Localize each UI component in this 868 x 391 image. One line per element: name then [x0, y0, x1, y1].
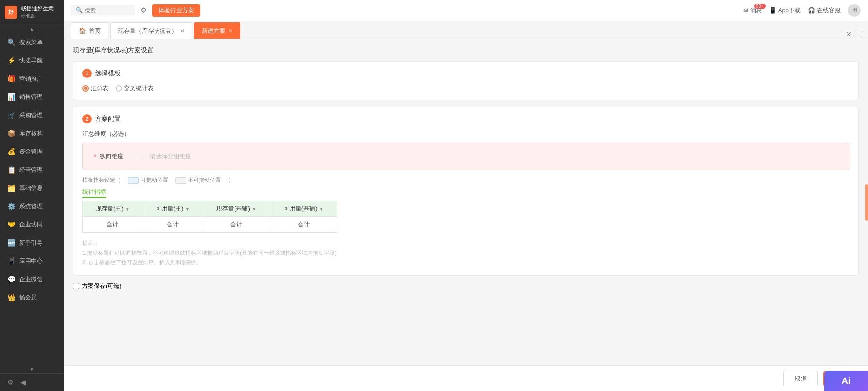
right-scroll-indicator[interactable] — [865, 184, 868, 221]
app-name: 畅捷通好生意 — [21, 5, 54, 13]
inventory-icon: 📦 — [7, 129, 15, 138]
tab-home[interactable]: 🏠 首页 — [71, 22, 108, 39]
headset-icon: 🎧 — [808, 7, 815, 14]
section1-label: 选择模板 — [95, 69, 121, 77]
sidebar-item-label: 快捷导航 — [19, 57, 43, 65]
sidebar: 好 畅捷通好生意 标准版 ▲ 🔍 搜索菜单 ⚡ 快捷导航 🎁 营销推广 📊 销售… — [0, 0, 64, 391]
user-avatar[interactable]: 用 — [848, 4, 861, 17]
sidebar-item-label: 资金管理 — [19, 148, 43, 156]
sidebar-item-finance[interactable]: 💰 资金管理 — [0, 143, 64, 161]
col-header-label-2: 现存量(基辅) — [216, 205, 250, 213]
save-label: 方案保存(可选) — [82, 282, 122, 290]
save-checkbox[interactable] — [73, 283, 79, 289]
ai-label: Ai — [842, 376, 851, 386]
settings-icon[interactable]: ⚙ — [140, 6, 147, 15]
app-center-icon: 📱 — [7, 257, 15, 265]
radio-summary-dot — [82, 85, 89, 92]
app-logo: 好 畅捷通好生意 标准版 — [0, 0, 64, 25]
table-cell-0-3: 合计 — [270, 217, 337, 233]
tab-inventory-close[interactable]: ✕ — [180, 28, 184, 34]
tabs-bar: 🏠 首页 现存量（库存状况表） ✕ 新建方案 ✕ ✕ ⛶ — [64, 21, 868, 39]
radio-cross-dot — [116, 85, 122, 92]
search-menu-icon: 🔍 — [7, 38, 15, 46]
tab-inventory[interactable]: 现存量（库存状况表） ✕ — [110, 22, 192, 39]
member-icon: 👑 — [7, 293, 15, 302]
col-header-label-1: 可用量(主) — [156, 205, 184, 213]
col-dropdown-0[interactable]: 现存量(主) ▼ — [96, 205, 130, 213]
stats-label: 统计指标 — [82, 188, 106, 198]
tab-home-label: 首页 — [89, 27, 101, 35]
sidebar-item-label: 库存核算 — [19, 129, 43, 138]
online-service-button[interactable]: 🎧 在线客服 — [808, 6, 841, 15]
table-header-1: 可用量(主) ▼ — [143, 201, 203, 217]
sidebar-item-quick-nav[interactable]: ⚡ 快捷导航 — [0, 51, 64, 70]
message-button[interactable]: ✉ 消息 99+ — [743, 6, 762, 15]
col-dropdown-3[interactable]: 可用量(基辅) ▼ — [284, 205, 324, 213]
dimension-placeholder[interactable]: 请选择分组维度 — [150, 152, 191, 160]
sidebar-item-label: 应用中心 — [19, 257, 43, 265]
search-input[interactable] — [85, 7, 130, 14]
topbar: 🔍 ⚙ 体验行业方案 ✉ 消息 99+ 📱 App下载 🎧 在线客服 用 — [64, 0, 868, 21]
table-cell-0-2: 合计 — [203, 217, 270, 233]
table-header-2: 现存量(基辅) ▼ — [203, 201, 270, 217]
app-download-button[interactable]: 📱 App下载 — [769, 6, 801, 15]
expand-icon[interactable]: ⛶ — [855, 31, 863, 39]
table-cell-0-0: 合计 — [83, 217, 143, 233]
tab-new-scheme[interactable]: 新建方案 ✕ — [194, 22, 240, 39]
tab-new-close[interactable]: ✕ — [228, 28, 233, 34]
table-header-0: 现存量(主) ▼ — [83, 201, 143, 217]
sidebar-item-app-center[interactable]: 📱 应用中心 — [0, 252, 64, 270]
col-dropdown-1[interactable]: 可用量(主) ▼ — [156, 205, 190, 213]
sidebar-item-weixin[interactable]: 💬 企业微信 — [0, 270, 64, 288]
col-dropdown-2[interactable]: 现存量(基辅) ▼ — [216, 205, 256, 213]
sidebar-item-label: 新手引导 — [19, 239, 43, 247]
option-summary[interactable]: 汇总表 — [82, 84, 108, 93]
app-edition: 标准版 — [21, 13, 54, 19]
sidebar-item-corp[interactable]: 🤝 企业协同 — [0, 216, 64, 234]
ai-badge[interactable]: Ai — [824, 371, 868, 391]
sidebar-item-sales[interactable]: 📊 销售管理 — [0, 88, 64, 106]
main-area: 🔍 ⚙ 体验行业方案 ✉ 消息 99+ 📱 App下载 🎧 在线客服 用 — [64, 0, 868, 391]
sidebar-item-marketing[interactable]: 🎁 营销推广 — [0, 70, 64, 88]
content-area: 现存量(库存状况表)方案设置 1 选择模板 汇总表 交叉统计表 2 — [64, 39, 868, 365]
sidebar-item-guide[interactable]: 🆕 新手引导 — [0, 234, 64, 252]
sidebar-item-system[interactable]: ⚙️ 系统管理 — [0, 197, 64, 216]
sidebar-footer: ⚙ ◀ — [0, 373, 64, 391]
sidebar-item-search-menu[interactable]: 🔍 搜索菜单 — [0, 33, 64, 51]
sidebar-item-inventory[interactable]: 📦 库存核算 — [0, 124, 64, 143]
sales-icon: 📊 — [7, 93, 15, 101]
sidebar-item-operation[interactable]: 📋 经营管理 — [0, 161, 64, 179]
trial-button[interactable]: 体验行业方案 — [152, 4, 200, 17]
sidebar-item-purchase[interactable]: 🛒 采购管理 — [0, 106, 64, 124]
bottom-bar: 取消 查询 — [64, 365, 868, 391]
table-cell-0-1: 合计 — [143, 217, 203, 233]
table-row: 合计 合计 合计 合计 — [83, 217, 337, 233]
finance-icon: 💰 — [7, 148, 15, 156]
app-name-block: 畅捷通好生意 标准版 — [21, 5, 54, 19]
col-chevron-0: ▼ — [125, 206, 130, 211]
section-config: 2 方案配置 汇总维度（必选） * 纵向维度 —— 请选择分组维度 模板指标设定… — [73, 107, 859, 276]
collapse-icon[interactable]: ◀ — [20, 378, 26, 386]
sidebar-item-member[interactable]: 👑 畅会员 — [0, 288, 64, 307]
sidebar-scroll-down[interactable]: ▼ — [0, 365, 64, 373]
sidebar-scroll-up[interactable]: ▲ — [0, 25, 64, 33]
dimension-row: * 纵向维度 —— 请选择分组维度 — [94, 152, 838, 160]
tabs-right-controls: ✕ ⛶ — [846, 30, 868, 39]
settings-icon[interactable]: ⚙ — [7, 378, 13, 386]
sidebar-item-basic[interactable]: 🗂️ 基础信息 — [0, 179, 64, 197]
sidebar-item-label: 企业微信 — [19, 275, 43, 283]
dimension-label: 纵向维度 — [100, 152, 123, 160]
quick-nav-icon: ⚡ — [7, 57, 15, 65]
sidebar-item-label: 经营管理 — [19, 166, 43, 174]
section2-label: 方案配置 — [95, 115, 121, 123]
sidebar-item-label: 企业协同 — [19, 221, 43, 229]
tip-2: 2. 点击标题栏下拉可设置排序、插入列和删除列 — [82, 258, 849, 268]
message-icon: ✉ — [743, 7, 748, 14]
topbar-right: ✉ 消息 99+ 📱 App下载 🎧 在线客服 用 — [743, 4, 861, 17]
col-chevron-2: ▼ — [252, 206, 256, 211]
option-cross[interactable]: 交叉统计表 — [116, 84, 153, 93]
cancel-button[interactable]: 取消 — [783, 371, 818, 386]
search-box[interactable]: 🔍 — [71, 5, 135, 15]
close-panel-icon[interactable]: ✕ — [846, 30, 852, 39]
sidebar-item-label: 基础信息 — [19, 184, 43, 192]
